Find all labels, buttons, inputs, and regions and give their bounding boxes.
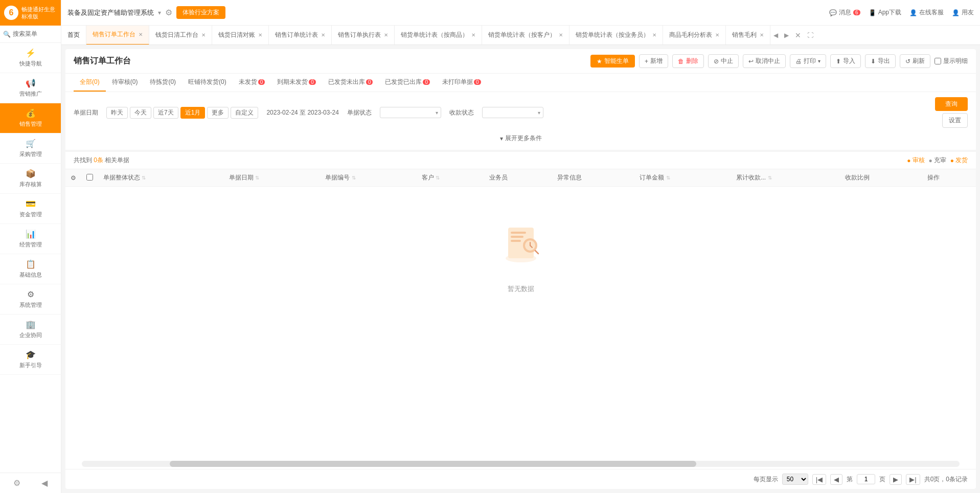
filter-settings-button[interactable]: 设置 [942,113,968,128]
date-btn-today[interactable]: 今天 [130,107,151,119]
sort-date-icon[interactable]: ⇅ [255,175,259,181]
tab-sales-exec[interactable]: 销售订单执行表 ✕ [332,26,395,45]
tab-nav-next[interactable]: ▶ [781,26,792,45]
scrollbar-thumb[interactable] [170,461,696,467]
sort-collected-icon[interactable]: ⇅ [768,175,772,181]
status-select[interactable] [380,107,441,118]
subtab-not-printed[interactable]: 未打印单据0 [436,74,487,92]
tab-close-all[interactable]: ✕ [792,26,804,45]
import-button[interactable]: ⬆ 导入 [830,54,861,68]
batch-ship-button[interactable]: ● 发货 [950,156,968,165]
topbar-dropdown-icon[interactable]: ▾ [158,9,161,16]
smart-create-button[interactable]: ★ 智能生单 [590,55,635,68]
sort-status-icon[interactable]: ⇅ [142,175,146,181]
sort-customer-icon[interactable]: ⇅ [436,175,440,181]
tab-sales-summary-product[interactable]: 销货单统计表（按商品） ✕ [395,26,482,45]
payment-select[interactable] [482,107,543,118]
delete-button[interactable]: 🗑 删除 [672,54,704,68]
tab-sales-stats[interactable]: 销售订单统计表 ✕ [269,26,332,45]
horizontal-scrollbar[interactable] [82,461,960,467]
topbar-settings-icon[interactable]: ⚙ [165,8,172,17]
query-button[interactable]: 查询 [935,97,968,111]
subtab-not-shipped[interactable]: 未发货0 [233,74,271,92]
tab-sales-summary-staff[interactable]: 销货单统计表（按业务员） ✕ [569,26,663,45]
tab-close-icon[interactable]: ✕ [384,32,388,38]
sidebar-item-system[interactable]: ⚙ 系统管理 [0,284,61,315]
add-button[interactable]: + 新增 [639,54,668,68]
cancel-stop-button[interactable]: ↩ 取消中止 [743,54,786,68]
sidebar-item-basic[interactable]: 📋 基础信息 [0,254,61,284]
tab-maximize[interactable]: ⛶ [804,26,816,45]
tab-sales-summary-customer[interactable]: 销货单统计表（按客户） ✕ [482,26,569,45]
page-input[interactable] [857,474,875,484]
print-button[interactable]: 🖨 打印 ▾ [790,54,826,68]
user-area[interactable]: 👤 用友 [952,8,974,17]
tab-home[interactable]: 首页 [61,26,86,45]
tab-cash-reconcile[interactable]: 钱货日清对账 ✕ [212,26,269,45]
sort-number-icon[interactable]: ⇅ [352,175,356,181]
subtab-pending-review[interactable]: 待审核(0) [106,74,144,92]
industry-solution-button[interactable]: 体验行业方案 [176,6,225,19]
sidebar-item-guide[interactable]: 🎓 新手引导 [0,345,61,375]
sidebar-item-inventory[interactable]: 📦 库存核算 [0,164,61,194]
sidebar-item-finance[interactable]: 💳 资金管理 [0,194,61,224]
tab-close-icon[interactable]: ✕ [201,32,206,38]
tab-nav-prev[interactable]: ◀ [770,26,781,45]
th-checkbox[interactable] [81,169,98,187]
filter-actions: 查询 设置 [935,97,968,128]
sidebar-item-operations[interactable]: 📊 经营管理 [0,224,61,254]
th-setting[interactable]: ⚙ [65,169,81,187]
tab-close-icon[interactable]: ✕ [139,32,143,37]
tab-close-icon[interactable]: ✕ [760,32,764,38]
subtab-pending-inspect[interactable]: 待拣货(0) [144,74,182,92]
date-btn-custom[interactable]: 自定义 [231,107,258,119]
tab-sales-profit[interactable]: 销售毛利 ✕ [726,26,770,45]
sort-amount-icon[interactable]: ⇅ [666,175,670,181]
tab-close-icon[interactable]: ✕ [321,32,325,38]
page-prev-button[interactable]: ◀ [830,474,842,485]
export-button[interactable]: ⬇ 导出 [865,54,896,68]
page-size-select[interactable]: 50 10 20 100 [782,474,808,485]
sidebar-item-marketing[interactable]: 📢 营销推广 [0,73,61,103]
show-detail-input[interactable] [935,58,941,64]
sidebar-item-purchase[interactable]: 🛒 采购管理 [0,133,61,164]
date-btn-7days[interactable]: 近7天 [153,107,178,119]
tab-close-icon[interactable]: ✕ [715,32,719,38]
tab-close-icon[interactable]: ✕ [258,32,262,38]
subtab-wangpu[interactable]: 旺铺待发货(0) [182,74,233,92]
refresh-button[interactable]: ↺ 刷新 [900,54,930,68]
tab-close-icon[interactable]: ✕ [559,32,563,38]
settings-icon[interactable]: ⚙ [13,478,20,488]
sidebar-search[interactable]: 🔍 搜索菜单 [0,26,61,43]
online-service-area[interactable]: 👤 在线客服 [909,8,944,17]
tab-product-margin[interactable]: 商品毛利分析表 ✕ [663,26,726,45]
date-btn-1month[interactable]: 近1月 [180,107,206,119]
tab-cash-daily[interactable]: 钱货日清工作台 ✕ [149,26,212,45]
app-download-area[interactable]: 📱 App下载 [869,8,901,17]
star-icon: ★ [597,58,602,65]
select-all-checkbox[interactable] [86,174,93,181]
date-btn-yesterday[interactable]: 昨天 [106,107,128,119]
tab-sales-workbench[interactable]: 销售订单工作台 ✕ [86,26,149,45]
collapse-icon[interactable]: ◀ [41,478,48,488]
tab-close-icon[interactable]: ✕ [652,32,656,38]
tab-close-icon[interactable]: ✕ [471,32,475,38]
expand-more-row[interactable]: ▾ 展开更多条件 [74,132,968,145]
page-next-button[interactable]: ▶ [890,474,902,485]
svg-rect-2 [511,232,526,234]
page-last-button[interactable]: ▶| [906,474,920,485]
subtab-shipped-not-out[interactable]: 已发货未出库0 [322,74,379,92]
show-detail-checkbox[interactable]: 显示明细 [935,57,968,65]
subtab-all[interactable]: 全部(0) [74,74,106,92]
stop-button[interactable]: ⊘ 中止 [708,54,739,68]
sidebar-item-quick-nav[interactable]: ⚡ 快捷导航 [0,43,61,73]
page-first-button[interactable]: |◀ [812,474,826,485]
sidebar-item-sales[interactable]: 💰 销售管理 [0,103,61,133]
subtab-overdue-not-shipped[interactable]: 到期未发货0 [271,74,322,92]
sidebar-item-enterprise[interactable]: 🏢 企业协同 [0,315,61,345]
batch-revoke-button[interactable]: ● 充审 [929,156,946,165]
message-icon-area[interactable]: 💬 消息 6 [829,8,860,17]
subtab-shipped-out[interactable]: 已发货已出库0 [379,74,436,92]
date-btn-more[interactable]: 更多 [207,107,229,119]
batch-review-button[interactable]: ● 审核 [907,156,924,165]
